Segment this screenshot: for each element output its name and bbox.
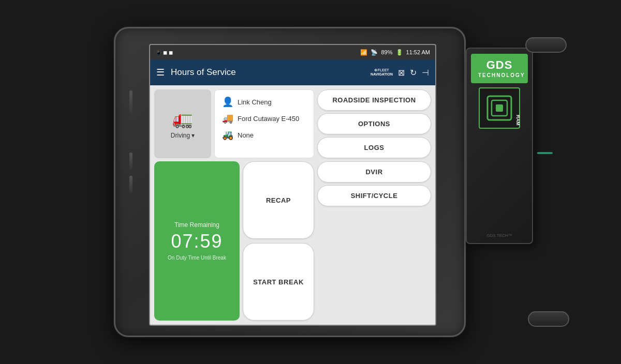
battery-percent: 89% [381, 49, 392, 55]
vehicle-row: 🚚 Ford Cutaway E-450 [222, 113, 306, 124]
vehicle-status-panel: 🚛 Driving ▾ [154, 89, 211, 158]
trailer-row: 🚜 None [222, 129, 306, 141]
refresh-icon[interactable]: ↻ [410, 68, 417, 78]
logout-icon[interactable]: ⊣ [422, 68, 429, 78]
time-remaining-card: Time Remaining 07:59 On Duty Time Until … [154, 161, 240, 321]
driving-label-text: Driving [171, 132, 190, 139]
device-wrapper: 📱 ◼ ◼ 📶 📡 89% 🔋 11:52 AM ☰ Hours of Serv… [98, 22, 523, 342]
trailer-name: None [238, 131, 254, 139]
gds-brand-sub: TECHNOLOGY [478, 72, 521, 78]
time-remaining-sublabel: On Duty Time Until Break [168, 254, 226, 261]
svg-rect-2 [496, 104, 503, 112]
gds-logo [479, 87, 520, 129]
gds-device: GDS TECHNOLOGY GDS TECH™ [466, 48, 533, 244]
volume-down-button[interactable] [129, 176, 132, 194]
volume-up-button[interactable] [129, 153, 132, 171]
time-remaining-label: Time Remaining [174, 221, 219, 229]
right-action-panel-bottom: DVIR SHIFT/CYCLE [317, 161, 431, 321]
status-bar: 📱 ◼ ◼ 📶 📡 89% 🔋 11:52 AM [150, 45, 435, 59]
power-button[interactable] [129, 90, 132, 116]
vehicle-name: Ford Cutaway E-450 [238, 115, 299, 123]
gds-bottom-text: GDS TECH™ [486, 233, 512, 238]
gds-brand-top: GDS [478, 59, 521, 71]
header-icons: ⊕FLEET NAVIGATION ⊠ ↻ ⊣ [371, 68, 429, 78]
app-content: 🚛 Driving ▾ 👤 Link Cheng 🚚 [150, 85, 435, 325]
monitor-icon[interactable]: ⊠ [398, 68, 405, 78]
menu-icon[interactable]: ☰ [156, 67, 165, 78]
connector-cable [537, 152, 553, 154]
tablet-screen: 📱 ◼ ◼ 📶 📡 89% 🔋 11:52 AM ☰ Hours of Serv… [149, 44, 436, 326]
start-break-button[interactable]: START BREAK [243, 243, 314, 321]
battery-icon: 🔋 [396, 49, 403, 56]
status-bar-right: 📶 📡 89% 🔋 11:52 AM [360, 49, 430, 56]
options-button[interactable]: OPTIONS [317, 113, 431, 134]
trailer-icon: 🚜 [222, 129, 233, 141]
truck-small-icon: 🚚 [222, 113, 233, 124]
driving-status: Driving ▾ [171, 132, 195, 139]
left-action-buttons: RECAP START BREAK [243, 161, 314, 321]
roadside-inspection-button[interactable]: ROADSIDE INSPECTION [317, 89, 431, 111]
wifi-icon: 📶 [360, 49, 367, 56]
person-icon: 👤 [222, 96, 233, 108]
driver-name: Link Cheng [238, 98, 272, 106]
signal-icon: 📡 [371, 49, 378, 56]
dvir-button[interactable]: DVIR [317, 161, 431, 183]
bottom-section: Time Remaining 07:59 On Duty Time Until … [154, 161, 431, 321]
dropdown-arrow[interactable]: ▾ [191, 132, 195, 139]
status-bar-left: 📱 ◼ ◼ [155, 50, 173, 55]
ram-arm-lower [528, 311, 569, 327]
truck-icon: 🚛 [172, 109, 193, 129]
app-header: ☰ Hours of Service ⊕FLEET NAVIGATION ⊠ ↻… [150, 59, 435, 85]
time-remaining-value: 07:59 [171, 231, 223, 252]
gds-logo-svg [486, 95, 512, 121]
notification-icons: 📱 ◼ ◼ [155, 50, 173, 55]
app-title: Hours of Service [171, 67, 364, 78]
recap-button[interactable]: RECAP [243, 161, 314, 239]
fleet-nav-button[interactable]: ⊕FLEET NAVIGATION [371, 68, 393, 76]
ram-label: RAM [515, 115, 521, 126]
top-section: 🚛 Driving ▾ 👤 Link Cheng 🚚 [154, 89, 431, 158]
ram-arm-upper [525, 37, 567, 53]
clock: 11:52 AM [406, 49, 430, 55]
gds-brand-label: GDS TECHNOLOGY [471, 54, 528, 83]
right-action-panel: ROADSIDE INSPECTION OPTIONS LOGS [317, 89, 431, 158]
driver-info-panel: 👤 Link Cheng 🚚 Ford Cutaway E-450 🚜 None [214, 89, 314, 158]
fleet-label-bottom: NAVIGATION [371, 72, 393, 77]
fleet-label-top: ⊕FLEET [374, 68, 389, 72]
shift-cycle-button[interactable]: SHIFT/CYCLE [317, 185, 431, 206]
tablet-shell: 📱 ◼ ◼ 📶 📡 89% 🔋 11:52 AM ☰ Hours of Serv… [114, 27, 466, 337]
driver-name-row: 👤 Link Cheng [222, 96, 306, 108]
logs-button[interactable]: LOGS [317, 137, 431, 158]
